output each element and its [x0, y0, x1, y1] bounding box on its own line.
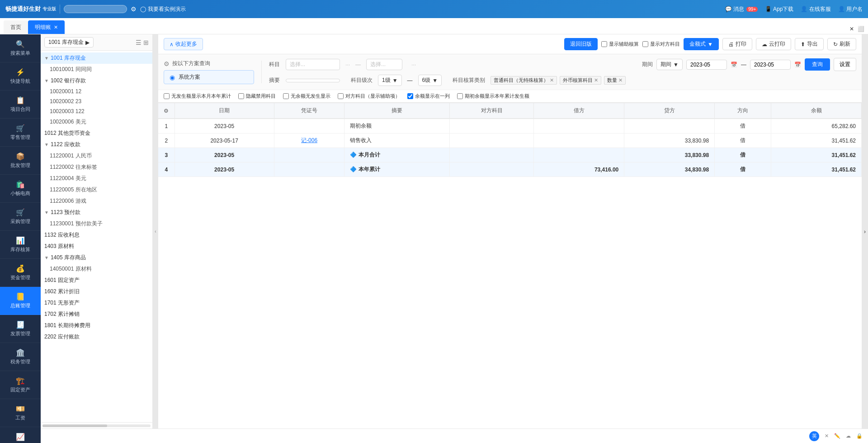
sidebar-item-project[interactable]: 📋 项目合同	[0, 91, 41, 119]
tree-item-1002[interactable]: ▼ 1002 银行存款	[41, 75, 152, 86]
period-end-input[interactable]	[750, 60, 791, 70]
online-service-btn[interactable]: 👤 在线客服	[801, 5, 830, 13]
tree-item-1001[interactable]: ▼ 1001 库存现金	[41, 52, 152, 64]
sidebar-item-retail[interactable]: 🛒 零售管理	[0, 119, 41, 147]
period-calendar-start[interactable]: 📅	[731, 62, 737, 68]
sidebar-item-ledger[interactable]: 📒 总账管理	[0, 287, 41, 315]
tree-item-10020006[interactable]: 10020006 美元	[41, 116, 152, 128]
tree-collapse-bar[interactable]: ‹	[153, 34, 158, 429]
sidebar-item-ecommerce[interactable]: 🛍️ 小畅电商	[0, 175, 41, 203]
export-btn[interactable]: ⬆ 导出	[795, 38, 824, 50]
bottom-icon-3[interactable]: ☁	[846, 433, 851, 439]
collapse-more-btn[interactable]: ∧ 收起更多	[164, 38, 203, 50]
tree-item-10010001[interactable]: 10010001 同同同	[41, 64, 152, 75]
period-start-input[interactable]	[686, 60, 727, 70]
query-btn[interactable]: 查询	[805, 58, 830, 71]
sidebar-item-tax[interactable]: 🏛️ 税务管理	[0, 343, 41, 371]
option-no-amount[interactable]: 无发生额显示本月本年累计	[164, 93, 231, 100]
tree-expand-icon[interactable]: ⊞	[143, 39, 149, 46]
tree-item-2202[interactable]: 2202 应付账款	[41, 331, 152, 343]
amount-format-btn[interactable]: 金额式 ▼	[684, 38, 719, 50]
sidebar-item-quicknav[interactable]: ⚡ 快捷导航	[0, 62, 41, 91]
tree-item-1132[interactable]: 1132 应收利息	[41, 229, 152, 241]
period-type-select[interactable]: 期间 ▼	[656, 59, 683, 70]
settings-btn[interactable]: 设置	[834, 58, 856, 71]
user-avatar[interactable]: 👤 用户名	[838, 5, 863, 13]
voucher-link-2[interactable]: 记-006	[301, 137, 317, 143]
sidebar-item-search[interactable]: 🔍 搜索菜单	[0, 34, 41, 62]
top-settings-icon[interactable]: ⚙	[131, 5, 137, 13]
tag-foreign-close[interactable]: ✕	[594, 77, 598, 83]
tab-detail[interactable]: 明细账 ✕	[28, 20, 65, 34]
option-no-balance[interactable]: 无余额无发生显示	[283, 93, 330, 100]
tree-item-11230001[interactable]: 11230001 预付款美子	[41, 218, 152, 229]
tab-detail-close[interactable]: ✕	[54, 24, 58, 30]
summary-input[interactable]	[286, 79, 340, 82]
option-balance-col-input[interactable]	[407, 93, 413, 99]
account-selector[interactable]: 1001 库存现金 ▶	[44, 37, 94, 48]
tag-quantity-close[interactable]: ✕	[618, 77, 623, 83]
option-opposite[interactable]: 对方科目（显示辅助项）	[338, 93, 400, 100]
tree-item-11220002[interactable]: 11220002 往来标签	[41, 162, 152, 173]
tree-item-1122[interactable]: ▼ 1122 应收款	[41, 139, 152, 150]
sidebar-item-wholesale[interactable]: 📦 批发管理	[0, 147, 41, 175]
subject-end-input[interactable]: 选择...	[366, 59, 402, 70]
bottom-icon-4[interactable]: 🔒	[856, 433, 863, 439]
option-no-amount-input[interactable]	[164, 93, 170, 99]
th-settings-icon[interactable]: ⚙	[164, 108, 169, 114]
tree-item-10020001[interactable]: 10020001 12	[41, 86, 152, 96]
tree-item-11220005[interactable]: 11220005 所在地区	[41, 184, 152, 195]
tab-home[interactable]: 首页	[4, 20, 28, 34]
right-collapse-bar[interactable]: ›	[862, 34, 868, 429]
app-download-btn[interactable]: 📱 App下载	[765, 5, 793, 13]
tag-normal-close[interactable]: ✕	[550, 77, 554, 83]
window-maximize-btn[interactable]: ⬜	[858, 26, 864, 32]
tree-scrollbar-track[interactable]	[42, 424, 151, 427]
option-hide-disabled-input[interactable]	[238, 93, 244, 99]
show-aux-input[interactable]	[601, 41, 607, 47]
lang-switch-btn[interactable]: 英	[809, 431, 819, 441]
tree-item-1702[interactable]: 1702 累计摊销	[41, 309, 152, 320]
sidebar-item-salary[interactable]: 💴 工资	[0, 399, 41, 427]
subject-level-start-select[interactable]: 1级 ▼	[378, 75, 402, 86]
tag-normal[interactable]: 普通科目（无特殊核算） ✕	[491, 76, 557, 85]
tree-item-11220004[interactable]: 11220004 美元	[41, 173, 152, 184]
subject-level-end-select[interactable]: 6级 ▼	[418, 75, 442, 86]
option-no-balance-input[interactable]	[283, 93, 289, 99]
print-btn[interactable]: 🖨 打印	[722, 38, 752, 50]
tree-item-10020003[interactable]: 10020003 122	[41, 106, 152, 116]
top-search-input[interactable]	[64, 5, 127, 13]
window-close-btn[interactable]: ✕	[849, 26, 854, 32]
tree-item-10020002[interactable]: 10020002 23	[41, 96, 152, 106]
subject-input[interactable]: 选择...	[286, 59, 340, 70]
option-opposite-input[interactable]	[338, 93, 344, 99]
tree-item-1801[interactable]: 1801 长期待摊费用	[41, 320, 152, 331]
tree-list-icon[interactable]: ☰	[136, 39, 142, 46]
tree-item-1403[interactable]: 1403 原材料	[41, 241, 152, 252]
tag-foreign[interactable]: 外币核算科目 ✕	[560, 76, 601, 85]
tree-item-1012[interactable]: 1012 其他货币资金	[41, 128, 152, 139]
sidebar-item-operation[interactable]: 📈 经营管理	[0, 427, 41, 443]
sidebar-item-finance[interactable]: 💰 资金管理	[0, 259, 41, 287]
tree-item-11220001[interactable]: 11220001 人民币	[41, 150, 152, 162]
tree-item-1701[interactable]: 1701 无形资产	[41, 297, 152, 309]
sidebar-item-purchase[interactable]: 🛒 采购管理	[0, 203, 41, 231]
tree-item-1123[interactable]: ▼ 1123 预付款	[41, 207, 152, 218]
tree-item-14050001[interactable]: 14050001 原材料	[41, 263, 152, 275]
message-btn[interactable]: 💬 消息 99+	[725, 5, 758, 13]
sidebar-item-assets[interactable]: 🏗️ 固定资产	[0, 371, 41, 399]
tree-item-1601[interactable]: 1601 固定资产	[41, 275, 152, 286]
sidebar-item-inventory[interactable]: 📊 库存核算	[0, 231, 41, 259]
sidebar-item-invoice[interactable]: 🧾 发票管理	[0, 315, 41, 343]
demo-link[interactable]: ◯ 我要看实例演示	[140, 5, 186, 13]
return-old-btn[interactable]: 退回旧版	[564, 38, 598, 50]
show-opposite-checkbox[interactable]: 显示对方科目	[642, 41, 680, 48]
period-calendar-end[interactable]: 📅	[794, 62, 801, 68]
bottom-icon-2[interactable]: ✏️	[834, 433, 840, 439]
tree-item-1602[interactable]: 1602 累计折旧	[41, 286, 152, 297]
option-period-balance-input[interactable]	[457, 93, 463, 99]
tree-item-11220006[interactable]: 11220006 游戏	[41, 195, 152, 207]
show-opposite-input[interactable]	[642, 41, 648, 47]
bottom-icon-1[interactable]: ✕	[825, 433, 829, 439]
tag-quantity[interactable]: 数量 ✕	[604, 76, 626, 85]
